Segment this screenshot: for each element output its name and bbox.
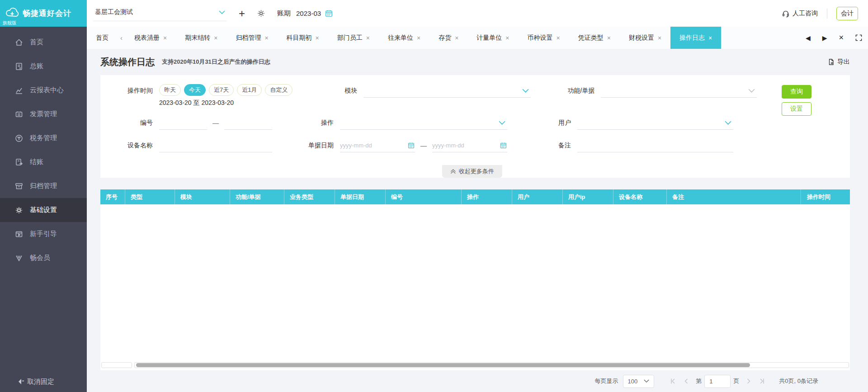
sidebar-item-basic-settings[interactable]: 基础设置 <box>0 198 87 222</box>
close-tab-icon[interactable]: × <box>417 34 420 42</box>
column-header-module[interactable]: 模块 <box>175 189 230 204</box>
column-header-seq[interactable]: 序号 <box>100 189 125 204</box>
tab-tax-statements[interactable]: 税表清册× <box>125 27 176 49</box>
doc-date-from-input[interactable]: yyyy-mm-dd <box>340 139 415 152</box>
add-account-set-button[interactable]: + <box>239 8 245 19</box>
column-header-operation-time[interactable]: 操作时间 <box>801 189 850 204</box>
number-to-input[interactable] <box>224 116 272 130</box>
account-selector[interactable]: 基层工会测试 <box>93 5 227 21</box>
tab-period-end-carryover[interactable]: 期末结转× <box>176 27 226 49</box>
support-button[interactable]: 人工咨询 <box>782 9 818 18</box>
tab-scroll-left-icon[interactable]: ‹ <box>118 27 125 49</box>
pill-yesterday[interactable]: 昨天 <box>159 84 181 96</box>
per-page-select[interactable]: 100 <box>623 375 655 388</box>
page-navigation: 第 1 页 <box>666 375 769 388</box>
period-label: 账期 <box>277 9 291 18</box>
column-header-doc-date[interactable]: 单据日期 <box>335 189 386 204</box>
app-logo[interactable]: 畅捷通好会计 旗舰版 <box>0 0 87 27</box>
close-tab-icon[interactable]: × <box>455 34 458 42</box>
first-page-button[interactable] <box>666 378 679 384</box>
sidebar-item-label: 基础设置 <box>30 206 57 214</box>
pill-last-7-days[interactable]: 近7天 <box>209 84 234 96</box>
filter-label-user: 用户 <box>528 116 577 129</box>
sidebar-item-tax-mgmt[interactable]: 税务管理 <box>0 126 87 150</box>
close-tab-icon[interactable]: × <box>505 34 509 42</box>
tab-department-staff[interactable]: 部门员工× <box>328 27 379 49</box>
close-tab-icon[interactable]: × <box>214 34 217 42</box>
sidebar-item-home[interactable]: 首页 <box>0 30 87 54</box>
range-dash: — <box>207 119 224 127</box>
sidebar-item-closing[interactable]: 结账 <box>0 150 87 174</box>
pill-custom[interactable]: 自定义 <box>265 84 292 96</box>
sidebar-item-beginner-guide[interactable]: 新手引导 <box>0 222 87 246</box>
role-badge[interactable]: 会计 <box>836 7 858 20</box>
number-from-input[interactable] <box>159 116 207 130</box>
calendar-icon[interactable] <box>407 142 415 149</box>
search-button[interactable]: 查询 <box>782 85 811 99</box>
scrollbar-track[interactable] <box>134 362 849 368</box>
doc-date-to-input[interactable]: yyyy-mm-dd <box>432 139 507 152</box>
close-tab-icon[interactable]: × <box>658 34 661 42</box>
sidebar-item-cloud-reports[interactable]: 云报表中心 <box>0 78 87 102</box>
account-settings-button[interactable] <box>257 9 265 18</box>
sidebar-item-general-ledger[interactable]: 总账 <box>0 54 87 78</box>
tab-account-opening[interactable]: 科目期初× <box>278 27 328 49</box>
tab-business-partners[interactable]: 往来单位× <box>379 27 429 49</box>
tab-voucher-types[interactable]: 凭证类型× <box>569 27 620 49</box>
export-button[interactable]: 导出 <box>828 58 850 66</box>
close-tab-icon[interactable]: × <box>708 34 712 42</box>
close-tab-icon[interactable]: × <box>163 34 167 42</box>
close-all-tabs-button[interactable]: × <box>833 33 849 43</box>
tab-fiscal-settings[interactable]: 财税设置× <box>620 27 670 49</box>
column-header-user[interactable]: 用户 <box>512 189 563 204</box>
settings-button[interactable]: 设置 <box>782 102 811 116</box>
operation-select[interactable] <box>340 116 507 130</box>
scrollbar-thumb[interactable] <box>136 363 750 367</box>
next-page-button[interactable] <box>742 378 755 384</box>
user-select[interactable] <box>577 116 733 130</box>
function-select[interactable] <box>601 84 757 98</box>
sidebar-item-archive-mgmt[interactable]: 归档管理 <box>0 174 87 198</box>
column-header-user-ip[interactable]: 用户ip <box>563 189 613 204</box>
column-header-remark[interactable]: 备注 <box>667 189 801 204</box>
tabs-scroll-prev-button[interactable]: ◀ <box>800 34 816 42</box>
pill-last-month[interactable]: 近1月 <box>237 84 262 96</box>
column-header-number[interactable]: 编号 <box>386 189 462 204</box>
module-select[interactable] <box>363 84 531 98</box>
tab-archive-mgmt[interactable]: 归档管理× <box>226 27 277 49</box>
close-tab-icon[interactable]: × <box>264 34 268 42</box>
close-tab-icon[interactable]: × <box>366 34 370 42</box>
tab-currency-settings[interactable]: 币种设置× <box>519 27 569 49</box>
tab-home[interactable]: 首页 <box>87 27 118 49</box>
tab-unit-of-measure[interactable]: 计量单位× <box>467 27 518 49</box>
fullscreen-icon[interactable] <box>849 34 868 41</box>
unpin-sidebar-button[interactable]: 取消固定 <box>0 371 87 392</box>
pill-today[interactable]: 今天 <box>184 84 206 96</box>
column-header-type[interactable]: 类型 <box>125 189 175 204</box>
remark-input[interactable] <box>577 139 733 152</box>
last-page-button[interactable] <box>755 378 769 384</box>
sidebar-item-invoice-mgmt[interactable]: 发票管理 <box>0 102 87 126</box>
tab-inventory[interactable]: 存货× <box>429 27 467 49</box>
time-range-pills: 昨天 今天 近7天 近1月 自定义 <box>159 84 296 96</box>
tab-operation-log[interactable]: 操作日志× <box>670 27 721 49</box>
device-name-input[interactable] <box>159 139 272 152</box>
column-header-device[interactable]: 设备名称 <box>613 189 667 204</box>
page-number-input[interactable]: 1 <box>704 375 731 388</box>
tab-label: 科目期初 <box>287 34 312 42</box>
column-header-function[interactable]: 功能/单据 <box>230 189 284 204</box>
sidebar-item-membership[interactable]: 畅会员 <box>0 246 87 270</box>
collapse-more-conditions-button[interactable]: 收起更多条件 <box>442 165 502 178</box>
calendar-icon[interactable] <box>325 9 333 18</box>
scrollbar-fixed-segment[interactable] <box>101 362 132 368</box>
calendar-icon[interactable] <box>500 142 507 149</box>
close-tab-icon[interactable]: × <box>607 34 611 42</box>
tabs-scroll-next-button[interactable]: ▶ <box>816 34 833 42</box>
chevron-down-icon <box>499 121 505 125</box>
close-tab-icon[interactable]: × <box>557 34 560 42</box>
filter-label-number: 编号 <box>100 116 159 129</box>
close-tab-icon[interactable]: × <box>316 34 319 42</box>
column-header-business-type[interactable]: 业务类型 <box>284 189 335 204</box>
column-header-operation[interactable]: 操作 <box>462 189 512 204</box>
prev-page-button[interactable] <box>679 378 693 384</box>
